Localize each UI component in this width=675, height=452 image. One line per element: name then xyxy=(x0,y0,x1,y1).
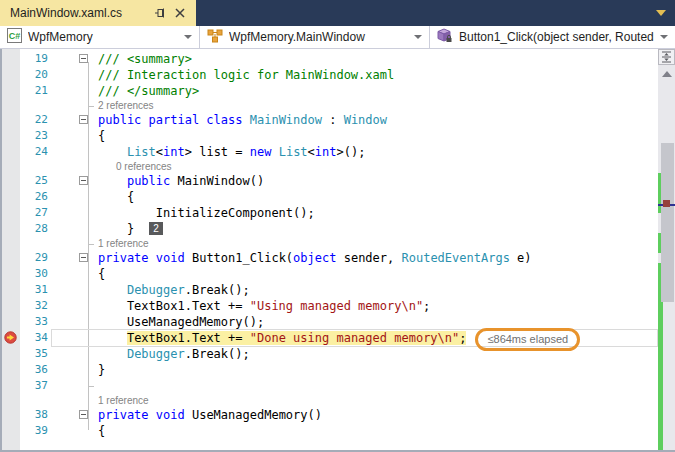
line-number: 35 xyxy=(20,346,48,362)
code-text: { xyxy=(98,128,675,144)
code-line[interactable]: 22public partial class MainWindow : Wind… xyxy=(2,112,675,128)
breakpoint-mark xyxy=(663,200,670,207)
outline-margin xyxy=(48,314,98,330)
breakpoint-gutter[interactable] xyxy=(2,330,20,346)
line-number: 31 xyxy=(20,282,48,298)
close-icon[interactable] xyxy=(172,5,188,21)
code-line[interactable]: 28 } 2 xyxy=(2,221,675,237)
breakpoint-gutter[interactable] xyxy=(2,160,20,173)
breakpoint-gutter[interactable] xyxy=(2,314,20,330)
code-line[interactable]: 25 public MainWindow() xyxy=(2,173,675,189)
breakpoint-gutter[interactable] xyxy=(2,112,20,128)
code-line[interactable]: 35 Debugger.Break(); xyxy=(2,346,675,362)
document-tab-bar: MainWindow.xaml.cs xyxy=(0,0,675,26)
codelens-row[interactable]: 1 reference xyxy=(2,237,675,250)
outline-margin xyxy=(48,298,98,314)
breakpoint-gutter[interactable] xyxy=(2,237,20,250)
breakpoint-current-statement-icon xyxy=(4,331,17,344)
breakpoint-gutter[interactable] xyxy=(2,394,20,407)
breakpoint-gutter[interactable] xyxy=(2,144,20,160)
breakpoint-gutter[interactable] xyxy=(2,189,20,205)
project-dropdown[interactable]: C# WpfMemory xyxy=(0,26,200,48)
svg-text:C#: C# xyxy=(9,31,21,41)
code-text: /// </summary> xyxy=(98,83,675,99)
line-number: 34 xyxy=(20,330,48,346)
code-area: 19/// <summary>20/// Interaction logic f… xyxy=(2,49,675,439)
breakpoint-gutter[interactable] xyxy=(2,51,20,67)
code-line[interactable]: 32 TextBox1.Text += "Using managed memor… xyxy=(2,298,675,314)
vertical-scrollbar[interactable] xyxy=(658,49,675,450)
breakpoint-gutter[interactable] xyxy=(2,250,20,266)
code-text: UseManagedMemory(); xyxy=(98,314,675,330)
code-line[interactable]: 21/// </summary> xyxy=(2,83,675,99)
outline-margin xyxy=(48,160,98,173)
breakpoint-gutter[interactable] xyxy=(2,362,20,378)
breakpoint-gutter[interactable] xyxy=(2,282,20,298)
code-line[interactable]: 29private void Button1_Click(object send… xyxy=(2,250,675,266)
pin-icon[interactable] xyxy=(152,5,168,21)
breakpoint-gutter[interactable] xyxy=(2,83,20,99)
code-line[interactable]: 30{ xyxy=(2,266,675,282)
code-line[interactable]: 33 UseManagedMemory(); xyxy=(2,314,675,330)
code-text: { xyxy=(98,266,675,282)
outline-margin xyxy=(48,362,98,378)
line-number: 24 xyxy=(20,144,48,160)
collapse-toggle-icon[interactable] xyxy=(79,54,88,63)
line-number: 21 xyxy=(20,83,48,99)
breakpoint-gutter[interactable] xyxy=(2,266,20,282)
line-number: 19 xyxy=(20,51,48,67)
breakpoint-gutter[interactable] xyxy=(2,99,20,112)
scroll-up-icon[interactable] xyxy=(662,71,672,77)
outline-margin xyxy=(48,51,98,67)
code-line[interactable]: 26 { xyxy=(2,189,675,205)
breakpoint-gutter[interactable] xyxy=(2,67,20,83)
code-text: private void UseManagedMemory() xyxy=(98,407,675,423)
code-line[interactable]: 36} xyxy=(2,362,675,378)
codelens-row[interactable]: 0 references xyxy=(2,160,675,173)
code-line[interactable]: 19/// <summary> xyxy=(2,51,675,67)
code-text: Debugger.Break(); xyxy=(98,346,675,362)
breakpoint-gutter[interactable] xyxy=(2,128,20,144)
codelens-row[interactable]: 2 references xyxy=(2,99,675,112)
outline-margin xyxy=(48,173,98,189)
line-number: 23 xyxy=(20,128,48,144)
codelens-row[interactable]: 1 reference xyxy=(2,394,675,407)
member-dropdown[interactable]: Button1_Click(object sender, Routed... xyxy=(430,26,675,48)
code-line[interactable]: 24 List<int> list = new List<int>(); xyxy=(2,144,675,160)
breakpoint-gutter[interactable] xyxy=(2,378,20,394)
collapse-toggle-icon[interactable] xyxy=(79,115,88,124)
outline-margin xyxy=(48,330,98,346)
perftip-text: ≤864ms elapsed xyxy=(487,333,568,345)
tab-mainwindow-xaml-cs[interactable]: MainWindow.xaml.cs xyxy=(0,0,196,26)
breakpoint-gutter[interactable] xyxy=(2,173,20,189)
navigation-bar: C# WpfMemory WpfMemory.MainWindow Button… xyxy=(0,26,675,49)
chevron-down-icon xyxy=(184,35,192,39)
split-editor-handle[interactable] xyxy=(658,49,675,65)
collapse-toggle-icon[interactable] xyxy=(79,410,88,419)
code-line[interactable]: 37 xyxy=(2,378,675,394)
code-line[interactable]: 39{ xyxy=(2,423,675,439)
outline-margin xyxy=(48,250,98,266)
code-editor[interactable]: 19/// <summary>20/// Interaction logic f… xyxy=(0,49,675,450)
breakpoint-gutter[interactable] xyxy=(2,221,20,237)
outline-margin xyxy=(48,221,98,237)
code-line[interactable]: 31 Debugger.Break(); xyxy=(2,282,675,298)
line-number xyxy=(20,99,48,112)
code-text: /// Interaction logic for MainWindow.xam… xyxy=(98,67,675,83)
type-dropdown[interactable]: WpfMemory.MainWindow xyxy=(200,26,430,48)
code-line[interactable]: 38private void UseManagedMemory() xyxy=(2,407,675,423)
breakpoint-gutter[interactable] xyxy=(2,346,20,362)
collapse-toggle-icon[interactable] xyxy=(79,176,88,185)
breakpoint-gutter[interactable] xyxy=(2,205,20,221)
collapse-toggle-icon[interactable] xyxy=(79,253,88,262)
breakpoint-gutter[interactable] xyxy=(2,407,20,423)
scrollbar-thumb[interactable] xyxy=(661,143,674,302)
code-line[interactable]: 23{ xyxy=(2,128,675,144)
breakpoint-gutter[interactable] xyxy=(2,423,20,439)
code-line[interactable]: 20/// Interaction logic for MainWindow.x… xyxy=(2,67,675,83)
code-line[interactable]: 27 InitializeComponent(); xyxy=(2,205,675,221)
outline-tick xyxy=(88,244,94,245)
code-line[interactable]: 34 TextBox1.Text += "Done using managed … xyxy=(2,330,675,346)
tab-list-dropdown-icon[interactable] xyxy=(656,10,666,16)
breakpoint-gutter[interactable] xyxy=(2,298,20,314)
